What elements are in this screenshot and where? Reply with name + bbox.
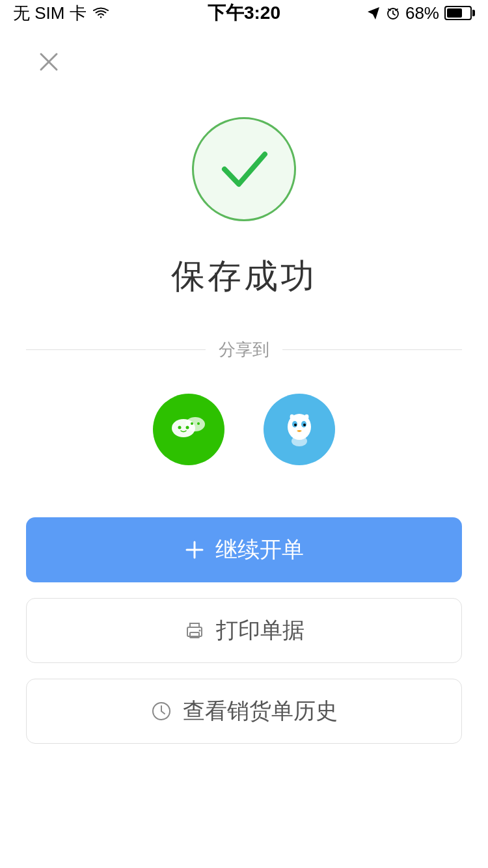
history-label: 查看销货单历史 xyxy=(183,696,338,726)
battery-percent: 68% xyxy=(405,3,439,23)
wifi-icon xyxy=(92,7,110,20)
qq-icon xyxy=(277,407,321,452)
svg-point-7 xyxy=(191,422,193,425)
svg-point-5 xyxy=(178,426,182,429)
battery-icon xyxy=(444,6,475,20)
status-right: 68% xyxy=(366,3,475,23)
svg-point-4 xyxy=(185,417,205,431)
print-button[interactable]: 打印单据 xyxy=(26,598,462,663)
share-label: 分享到 xyxy=(219,338,269,361)
wechat-icon xyxy=(167,407,211,452)
svg-point-19 xyxy=(199,630,201,632)
qq-share-button[interactable] xyxy=(264,394,335,465)
success-title: 保存成功 xyxy=(171,254,317,299)
continue-button[interactable]: 继续开单 xyxy=(26,517,462,582)
svg-point-6 xyxy=(186,426,189,429)
wechat-share-button[interactable] xyxy=(153,394,224,465)
share-icons-row xyxy=(153,394,335,465)
svg-point-13 xyxy=(303,424,306,426)
carrier-label: 无 SIM 卡 xyxy=(13,2,87,25)
continue-label: 继续开单 xyxy=(215,535,304,565)
status-left: 无 SIM 卡 xyxy=(13,2,110,25)
divider-left xyxy=(26,349,206,350)
close-icon xyxy=(37,50,61,74)
action-buttons: 继续开单 打印单据 查看销货单历史 xyxy=(26,517,462,744)
svg-point-12 xyxy=(294,424,297,426)
plus-icon xyxy=(184,539,205,560)
clock-icon xyxy=(150,700,172,722)
status-time: 下午3:20 xyxy=(208,1,280,25)
status-bar: 无 SIM 卡 下午3:20 68% xyxy=(0,0,488,26)
location-icon xyxy=(366,6,381,20)
alarm-icon xyxy=(386,6,400,20)
share-section: 分享到 xyxy=(26,338,462,361)
checkmark-icon xyxy=(218,146,270,192)
svg-point-8 xyxy=(197,422,200,425)
history-button[interactable]: 查看销货单历史 xyxy=(26,679,462,744)
printer-icon xyxy=(183,619,206,642)
main-content: 保存成功 分享到 xyxy=(0,26,488,868)
divider-right xyxy=(282,349,462,350)
close-button[interactable] xyxy=(33,46,65,78)
success-circle xyxy=(192,117,296,221)
svg-point-14 xyxy=(291,436,307,446)
print-label: 打印单据 xyxy=(216,616,305,645)
